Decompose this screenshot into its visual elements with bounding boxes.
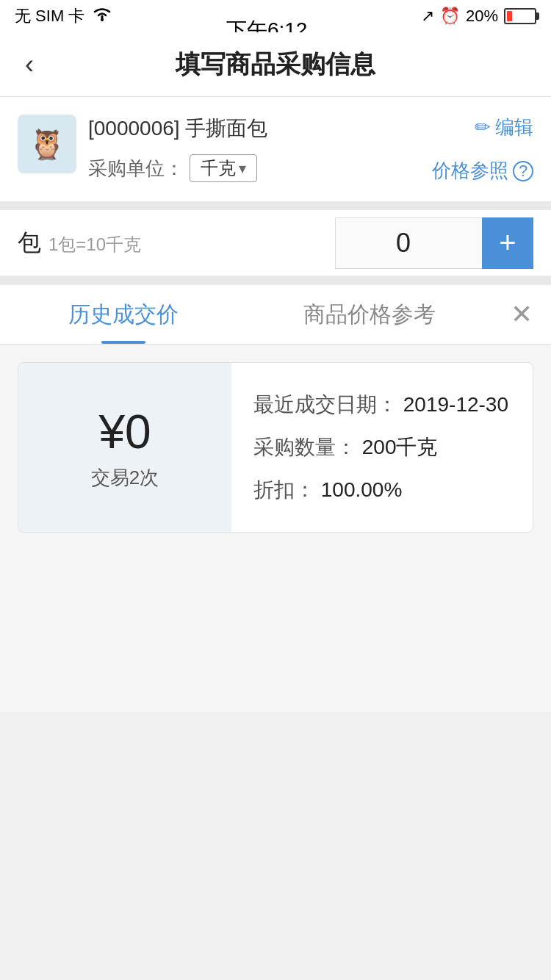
svg-point-0 <box>101 18 104 21</box>
quantity-label: 包 1包=10千克 <box>18 227 141 259</box>
product-id: [0000006] <box>88 117 180 140</box>
discount-row: 折扣： 100.00% <box>253 475 511 505</box>
tab-product-label: 商品价格参考 <box>303 300 436 330</box>
divider-1 <box>0 201 551 210</box>
divider-2 <box>0 276 551 285</box>
unit-label: 采购单位： <box>88 156 184 181</box>
product-actions: ✏ 编辑 价格参照 ? <box>432 115 533 184</box>
product-title: 手撕面包 <box>185 117 267 140</box>
status-left: 无 SIM 卡 <box>15 5 112 27</box>
product-info: [0000006] 手撕面包 采购单位： 千克 ▾ <box>88 115 267 182</box>
content-area: ¥0 交易2次 最近成交日期： 2019-12-30 采购数量： 200千克 折… <box>0 345 551 712</box>
quantity-unit: 包 <box>18 227 41 259</box>
tab-close-button[interactable]: ✕ <box>492 299 551 330</box>
edit-icon: ✏ <box>475 116 491 139</box>
back-button[interactable]: ‹ <box>18 42 41 87</box>
tab-bar: 历史成交价 商品价格参考 ✕ <box>0 285 551 345</box>
wifi-icon <box>92 6 112 26</box>
tab-history-label: 历史成交价 <box>68 300 179 330</box>
product-left: 🦉 [0000006] 手撕面包 采购单位： 千克 ▾ <box>18 115 267 182</box>
edit-button[interactable]: ✏ 编辑 <box>475 115 533 140</box>
recent-date-value: 2019-12-30 <box>403 393 508 416</box>
battery-icon <box>504 8 536 24</box>
close-icon: ✕ <box>511 299 533 330</box>
page-title: 填写商品采购信息 <box>176 48 375 82</box>
quantity-row: 包 1包=10千克 + <box>0 210 551 276</box>
unit-dropdown-icon: ▾ <box>239 159 246 177</box>
purchase-qty-row: 采购数量： 200千克 <box>253 432 511 463</box>
price-right-panel: 最近成交日期： 2019-12-30 采购数量： 200千克 折扣： 100.0… <box>231 363 533 532</box>
quantity-input[interactable] <box>335 217 482 269</box>
battery-percent: 20% <box>466 7 498 26</box>
unit-value: 千克 <box>201 156 236 180</box>
quantity-plus-button[interactable]: + <box>482 217 533 269</box>
price-ref-button[interactable]: 价格参照 ? <box>432 158 533 184</box>
quantity-sub: 1包=10千克 <box>48 233 141 256</box>
question-icon: ? <box>513 161 533 181</box>
product-logo-icon: 🦉 <box>29 127 65 162</box>
price-left-panel: ¥0 交易2次 <box>18 363 231 532</box>
discount-label: 折扣： <box>253 478 315 501</box>
price-transactions: 交易2次 <box>91 465 159 491</box>
status-right: ↗ ⏰ 20% <box>421 7 536 26</box>
battery-fill <box>507 11 512 21</box>
tab-history-price[interactable]: 历史成交价 <box>0 285 246 344</box>
product-header: 🦉 [0000006] 手撕面包 采购单位： 千克 ▾ ✏ 编辑 <box>18 115 533 184</box>
location-icon: ↗ <box>421 7 434 26</box>
alarm-icon: ⏰ <box>440 7 460 26</box>
amount-value: 0 <box>125 406 151 458</box>
carrier-label: 无 SIM 卡 <box>15 5 84 27</box>
currency-symbol: ¥ <box>98 406 125 458</box>
price-ref-label: 价格参照 <box>432 158 508 184</box>
recent-date-row: 最近成交日期： 2019-12-30 <box>253 389 511 420</box>
product-image: 🦉 <box>18 115 76 173</box>
purchase-qty-label: 采购数量： <box>253 436 356 458</box>
price-card: ¥0 交易2次 最近成交日期： 2019-12-30 采购数量： 200千克 折… <box>18 362 533 533</box>
purchase-qty-value: 200千克 <box>362 436 438 458</box>
product-name: [0000006] 手撕面包 <box>88 115 267 143</box>
edit-label: 编辑 <box>495 115 533 140</box>
recent-date-label: 最近成交日期： <box>253 393 397 416</box>
nav-bar: ‹ 填写商品采购信息 <box>0 32 551 97</box>
product-section: 🦉 [0000006] 手撕面包 采购单位： 千克 ▾ ✏ 编辑 <box>0 97 551 201</box>
discount-value: 100.00% <box>321 478 403 501</box>
status-bar: 无 SIM 卡 下午6:12 ↗ ⏰ 20% <box>0 0 551 32</box>
quantity-input-group: + <box>335 217 533 269</box>
product-unit-row: 采购单位： 千克 ▾ <box>88 154 267 182</box>
price-amount: ¥0 <box>98 405 151 459</box>
tab-product-price[interactable]: 商品价格参考 <box>246 285 492 344</box>
unit-badge[interactable]: 千克 ▾ <box>190 154 257 182</box>
